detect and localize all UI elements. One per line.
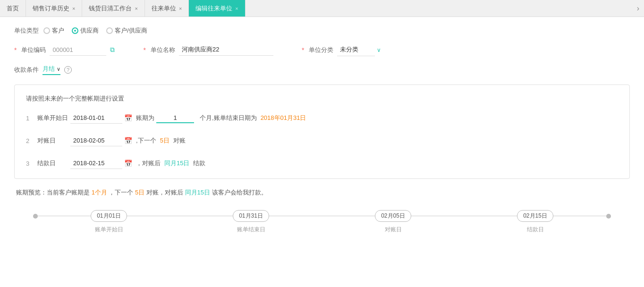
period-date-3[interactable] [70,158,122,169]
timeline-node-2: 01月31日 账单结束日 [180,210,322,234]
period-num-3: 3 [26,160,37,167]
tab-sales[interactable]: 销售订单历史 × [26,0,82,17]
period-num-2: 2 [26,137,37,144]
period-date-1[interactable] [70,112,122,124]
name-star: * [143,46,145,54]
period-label-3: 结款日 [37,159,70,168]
tab-home[interactable]: 首页 [0,0,26,17]
period-month-input[interactable] [156,113,194,123]
category-value: 未分类 [337,43,375,56]
preview-prefix: 账期预览：当前客户账期是 [16,189,90,196]
radio-supplier[interactable]: 供应商 [72,26,99,35]
radio-customer[interactable]: 客户 [43,26,64,35]
timeline-label-2: 账单结束日 [237,226,265,234]
unit-type-radio-group: 客户 供应商 客户/供应商 [43,26,147,35]
period-highlight-3: 同月15日 [164,159,189,168]
tl-line-4b [553,216,606,216]
period-end-date: 2018年01月31日 [261,114,306,122]
preview-part1: 1个月 [92,189,107,196]
timeline-right-dot [606,214,611,219]
preview-part2: 5日 [135,189,144,196]
tab-cash[interactable]: 钱货日清工作台 × [82,0,144,17]
tab-cash-close[interactable]: × [135,6,137,11]
period-cal-icon-3[interactable]: 📅 [124,160,132,167]
code-copy-icon[interactable]: ⧉ [110,46,115,54]
timeline-node-3: 02月05日 对账日 [322,210,464,234]
category-label: 单位分类 [309,46,333,54]
period-title: 请按照未来的一个完整帐期进行设置 [26,94,618,103]
tab-edit-units[interactable]: 编辑往来单位 × [189,0,245,17]
payment-value: 月结 [42,65,55,73]
preview-mid1: ，下一个 [109,189,133,196]
tab-units-label: 往来单位 [152,4,176,13]
timeline-badge-4: 02月15日 [517,210,553,222]
unit-type-label: 单位类型 [14,26,39,35]
preview-mid2: 对账，对账后 [146,189,183,196]
category-select[interactable]: 未分类 ∨ [337,43,381,56]
tab-units-close[interactable]: × [179,6,182,11]
radio-supplier-circle [72,27,78,34]
tl-line-3b [411,216,464,216]
timeline-label-3: 对账日 [385,226,402,234]
period-label-2: 对账日 [37,136,70,145]
tab-units[interactable]: 往来单位 × [145,0,189,17]
period-suffix-2b: 对账 [173,136,186,145]
period-date-2[interactable] [70,135,122,146]
tab-edit-units-close[interactable]: × [235,6,238,11]
timeline-label-1: 账单开始日 [95,226,123,234]
period-cal-icon-2[interactable]: 📅 [124,137,132,144]
period-highlight-2: 5日 [160,136,169,145]
payment-select[interactable]: 月结 ∨ [42,65,60,75]
timeline-node-3-row: 02月05日 [322,210,464,222]
name-input[interactable] [179,44,273,56]
code-label: 单位编码 [21,46,46,54]
name-label: 单位名称 [151,46,175,54]
timeline-badge-2: 01月31日 [233,210,269,222]
code-star: * [14,46,17,54]
period-box: 请按照未来的一个完整帐期进行设置 1 账单开始日 📅 账期为 个月,账单结束日期… [14,84,630,179]
category-star: * [302,46,304,54]
timeline-badge-3: 02月05日 [375,210,411,222]
timeline-left-end [33,210,38,219]
period-month-label: 个月,账单结束日期为 [200,114,257,122]
tl-line-3a [322,216,375,216]
payment-row: 收款条件 月结 ∨ ? [14,65,630,75]
payment-arrow-icon[interactable]: ∨ [57,66,60,72]
period-suffix-3b: 结款 [193,159,205,168]
timeline-left-dot [33,214,38,219]
timeline-right-end [606,210,611,219]
period-row-2: 2 对账日 📅 ,下一个 5日 对账 [26,135,618,146]
payment-help-icon[interactable]: ? [64,66,72,74]
radio-supplier-label: 供应商 [80,26,99,35]
timeline-node-1: 01月01日 账单开始日 [38,210,180,234]
tab-home-label: 首页 [7,4,19,13]
period-label-1: 账单开始日 [37,114,70,122]
timeline-node-4: 02月15日 结款日 [464,210,606,234]
preview-text: 账期预览：当前客户账期是 1个月 ，下一个 5日 对账，对账后 同月15日 该客… [14,188,630,197]
timeline-badge-1: 01月01日 [91,210,127,222]
tab-sales-close[interactable]: × [72,6,75,11]
category-arrow-icon[interactable]: ∨ [377,47,381,53]
tab-scroll-arrow[interactable]: › [632,0,644,17]
code-input[interactable] [50,44,106,56]
preview-suffix: 该客户会给我打款。 [212,189,267,196]
tab-sales-label: 销售订单历史 [33,4,69,13]
period-cal-icon-1[interactable]: 📅 [124,114,132,122]
period-row-3: 3 结款日 📅 ，对账后 同月15日 结款 [26,158,618,169]
tab-cash-label: 钱货日清工作台 [89,4,132,13]
timeline-node-4-row: 02月15日 [464,210,606,222]
tl-line-1a [38,216,91,216]
tl-line-2a [180,216,233,216]
radio-both[interactable]: 客户/供应商 [106,26,147,35]
radio-both-label: 客户/供应商 [115,26,147,35]
timeline: 01月01日 账单开始日 01月31日 账单结束日 02月05日 对账日 [14,210,630,234]
code-name-row: * 单位编码 ⧉ * 单位名称 * 单位分类 未分类 ∨ [14,43,630,56]
period-suffix-3a: ，对账后 [136,159,161,168]
timeline-node-2-row: 01月31日 [180,210,322,222]
name-group: * 单位名称 [143,44,273,56]
timeline-label-4: 结款日 [527,226,544,234]
tab-bar: 首页 销售订单历史 × 钱货日清工作台 × 往来单位 × 编辑往来单位 × › [0,0,644,17]
timeline-node-1-row: 01月01日 [38,210,180,222]
period-num-1: 1 [26,115,37,122]
unit-type-row: 单位类型 客户 供应商 客户/供应商 [14,26,630,35]
